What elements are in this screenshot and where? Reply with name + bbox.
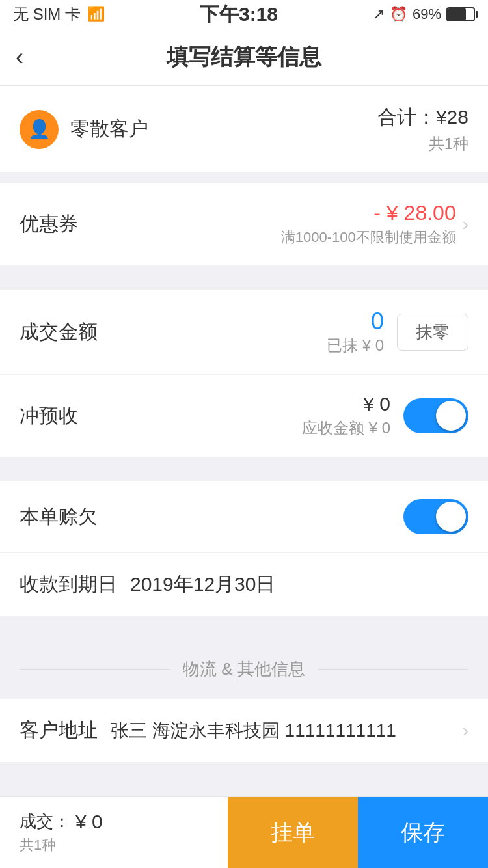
transaction-value: 0 bbox=[371, 308, 384, 334]
debt-row: 本单赊欠 bbox=[0, 481, 488, 552]
address-row[interactable]: 客户地址 张三 海淀永丰科技园 11111111111 › bbox=[0, 699, 488, 762]
battery-percentage: 69% bbox=[413, 6, 441, 23]
battery-icon bbox=[446, 7, 475, 21]
transaction-label: 成交金额 bbox=[20, 319, 111, 346]
transaction-card: 成交金额 0 已抹 ¥ 0 抹零 冲预收 ¥ 0 应收金额 ¥ 0 bbox=[0, 290, 488, 457]
wifi-icon: 📶 bbox=[87, 6, 105, 23]
page-title: 填写结算等信息 bbox=[167, 42, 321, 72]
transaction-right: 0 已抹 ¥ 0 抹零 bbox=[327, 308, 468, 356]
debt-toggle-knob bbox=[436, 502, 466, 532]
already-erased: 已抹 ¥ 0 bbox=[327, 335, 384, 356]
customer-right: 合计：¥28 共1种 bbox=[377, 104, 468, 154]
address-chevron-icon: › bbox=[463, 720, 468, 741]
erase-button[interactable]: 抹零 bbox=[397, 314, 468, 351]
address-card: 客户地址 张三 海淀永丰科技园 11111111111 › bbox=[0, 699, 488, 762]
transaction-row: 成交金额 0 已抹 ¥ 0 抹零 bbox=[0, 290, 488, 375]
coupon-card: 优惠券 - ¥ 28.00 满1000-100不限制使用金额 › bbox=[0, 183, 488, 266]
status-right: ↗ ⏰ 69% bbox=[373, 6, 475, 23]
debt-label: 本单赊欠 bbox=[20, 504, 98, 530]
bottom-trans-amount: ¥ 0 bbox=[75, 811, 103, 833]
logistics-label: 物流 & 其他信息 bbox=[183, 658, 305, 681]
coupon-right-text: - ¥ 28.00 满1000-100不限制使用金额 bbox=[281, 201, 456, 247]
section-divider-3 bbox=[0, 627, 488, 640]
customer-name: 零散客户 bbox=[70, 116, 148, 142]
chevron-right-icon: › bbox=[463, 214, 468, 235]
due-date-label: 收款到期日 bbox=[20, 571, 117, 598]
customer-row: 👤 零散客户 合计：¥28 共1种 bbox=[0, 86, 488, 172]
logistics-line-left bbox=[20, 669, 170, 670]
avatar: 👤 bbox=[20, 110, 59, 149]
advance-payment-toggle[interactable] bbox=[403, 398, 468, 433]
advance-amount: ¥ 0 bbox=[302, 393, 390, 415]
total-amount: 合计：¥28 bbox=[377, 104, 468, 131]
total-count: 共1种 bbox=[377, 133, 468, 154]
advance-sub: 应收金额 ¥ 0 bbox=[302, 418, 390, 439]
bottom-transaction: 成交： ¥ 0 bbox=[20, 810, 208, 833]
content: 👤 零散客户 合计：¥28 共1种 优惠券 - ¥ 28.00 满1000-10… bbox=[0, 86, 488, 850]
advance-info: ¥ 0 应收金额 ¥ 0 bbox=[302, 393, 390, 439]
debt-card: 本单赊欠 收款到期日 2019年12月30日 bbox=[0, 481, 488, 616]
save-button[interactable]: 保存 bbox=[358, 797, 488, 869]
avatar-icon: 👤 bbox=[28, 118, 51, 140]
bottom-bar: 成交： ¥ 0 共1种 挂单 保存 bbox=[0, 796, 488, 868]
due-date-value: 2019年12月30日 bbox=[130, 571, 275, 598]
back-button[interactable]: ‹ bbox=[16, 44, 23, 71]
section-divider-1 bbox=[0, 277, 488, 290]
address-label: 客户地址 bbox=[20, 717, 98, 744]
hold-button[interactable]: 挂单 bbox=[228, 797, 358, 869]
bottom-count: 共1种 bbox=[20, 835, 208, 855]
bottom-summary: 成交： ¥ 0 共1种 bbox=[0, 810, 228, 855]
carrier-label: 无 SIM 卡 bbox=[13, 4, 81, 25]
logistics-line-right bbox=[318, 669, 468, 670]
status-left: 无 SIM 卡 📶 bbox=[13, 4, 105, 25]
coupon-label: 优惠券 bbox=[20, 211, 78, 237]
coupon-right: - ¥ 28.00 满1000-100不限制使用金额 › bbox=[281, 201, 468, 247]
alarm-icon: ⏰ bbox=[390, 6, 407, 23]
transaction-value-group: 0 已抹 ¥ 0 bbox=[327, 308, 384, 356]
customer-left: 👤 零散客户 bbox=[20, 110, 148, 149]
advance-right: ¥ 0 应收金额 ¥ 0 bbox=[302, 393, 468, 439]
due-date-row: 收款到期日 2019年12月30日 bbox=[0, 552, 488, 616]
nav-bar: ‹ 填写结算等信息 bbox=[0, 29, 488, 86]
location-icon: ↗ bbox=[373, 6, 385, 23]
status-bar: 无 SIM 卡 📶 下午3:18 ↗ ⏰ 69% bbox=[0, 0, 488, 29]
coupon-description: 满1000-100不限制使用金额 bbox=[281, 228, 456, 247]
status-time: 下午3:18 bbox=[200, 1, 278, 28]
section-divider-2 bbox=[0, 468, 488, 481]
advance-payment-label: 冲预收 bbox=[20, 403, 111, 429]
address-value: 张三 海淀永丰科技园 11111111111 bbox=[111, 718, 450, 743]
advance-payment-row: 冲预收 ¥ 0 应收金额 ¥ 0 bbox=[0, 375, 488, 457]
toggle-knob bbox=[436, 401, 466, 431]
logistics-section-header: 物流 & 其他信息 bbox=[0, 640, 488, 699]
coupon-amount: - ¥ 28.00 bbox=[281, 201, 456, 225]
debt-toggle[interactable] bbox=[403, 499, 468, 534]
coupon-row[interactable]: 优惠券 - ¥ 28.00 满1000-100不限制使用金额 › bbox=[0, 183, 488, 266]
bottom-trans-label: 成交： bbox=[20, 810, 70, 833]
